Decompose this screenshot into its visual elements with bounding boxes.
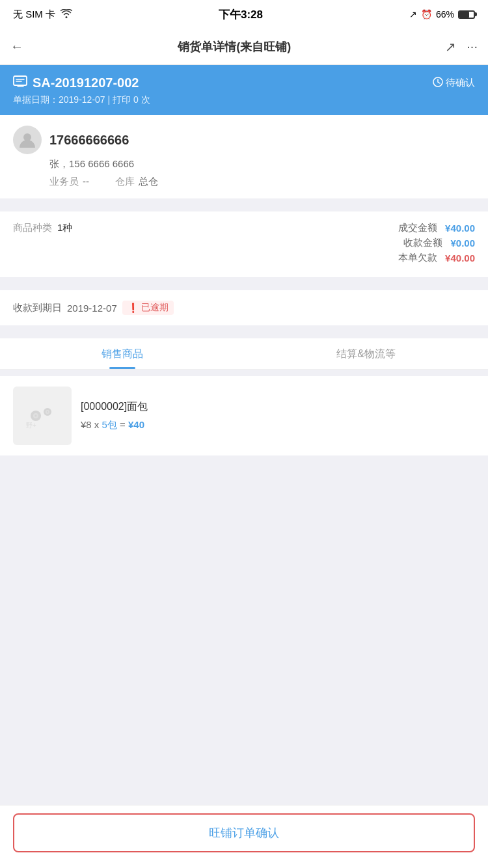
nav-bar: ← 销货单详情(来自旺铺) ↗ ···	[0, 29, 488, 65]
status-clock-icon	[433, 77, 443, 89]
owed-row: 本单欠款 ¥40.00	[398, 252, 475, 264]
divider-2	[0, 284, 488, 290]
received-label: 收款金额	[403, 237, 442, 249]
page-title: 销货单详情(来自旺铺)	[178, 39, 291, 55]
salesperson-value: --	[83, 176, 89, 188]
summary-left: 商品种类 1种	[13, 222, 72, 234]
share-button[interactable]: ↗	[445, 39, 456, 55]
status-left: 无 SIM 卡	[13, 8, 72, 21]
alarm-icon: ⏰	[421, 9, 432, 20]
due-date: 2019-12-07	[67, 303, 117, 314]
svg-rect-0	[14, 76, 27, 85]
divider-1	[0, 205, 488, 211]
warehouse-label: 仓库	[115, 176, 135, 188]
back-button[interactable]: ←	[10, 39, 23, 54]
product-card: 野+ [0000002]面包 ¥8 x 5包 = ¥40	[0, 376, 488, 455]
product-info: [0000002]面包 ¥8 x 5包 = ¥40	[81, 400, 475, 431]
customer-card: 17666666666 张，156 6666 6666 业务员 -- 仓库 总仓	[0, 115, 488, 198]
order-date: 单据日期：2019-12-07 | 打印 0 次	[13, 94, 475, 106]
avatar	[13, 126, 42, 154]
more-button[interactable]: ···	[467, 39, 478, 54]
received-row: 收款金额 ¥0.00	[398, 237, 475, 249]
status-time: 下午3:28	[219, 7, 263, 22]
battery-text: 66%	[436, 9, 454, 20]
type-label: 商品种类	[13, 222, 52, 234]
nav-actions: ↗ ···	[445, 39, 478, 55]
wifi-icon	[61, 9, 72, 20]
summary-right: 成交金额 ¥40.00 收款金额 ¥0.00 本单欠款 ¥40.00	[398, 222, 475, 267]
overdue-text: 已逾期	[141, 302, 169, 314]
overdue-badge: ❗ 已逾期	[122, 301, 174, 315]
svg-point-8	[47, 411, 48, 413]
amount-row: 成交金额 ¥40.00	[398, 222, 475, 234]
product-code: [0000002]	[81, 401, 127, 412]
owed-value: ¥40.00	[445, 252, 475, 264]
tabs-row: 销售商品 结算&物流等	[0, 338, 488, 370]
divider-3	[0, 332, 488, 338]
product-title: 面包	[127, 401, 148, 412]
price-total: ¥40	[128, 419, 144, 430]
battery-icon	[458, 10, 475, 19]
bottom-bar: 旺铺订单确认	[0, 805, 488, 868]
confirm-button[interactable]: 旺铺订单确认	[13, 813, 475, 852]
type-value: 1种	[57, 222, 72, 234]
overdue-icon: ❗	[128, 303, 139, 313]
amount-value: ¥40.00	[445, 223, 475, 234]
due-label: 收款到期日	[13, 302, 62, 314]
equals-sign: =	[120, 419, 126, 430]
status-text: 待确认	[446, 77, 475, 89]
order-id-icon	[13, 75, 27, 90]
salesperson-item: 业务员 --	[49, 176, 89, 188]
order-header: SA-20191207-002 待确认 单据日期：2019-12-07 | 打印…	[0, 65, 488, 115]
svg-point-5	[35, 415, 37, 417]
received-value: ¥0.00	[450, 237, 475, 249]
price-label: ¥8 x	[81, 419, 99, 430]
status-right: ↗ ⏰ 66%	[409, 9, 475, 20]
amount-label: 成交金额	[398, 222, 437, 234]
customer-name: 张，156 6666 6666	[49, 158, 475, 170]
owed-label: 本单欠款	[398, 252, 437, 264]
customer-top: 17666666666	[13, 126, 475, 154]
empty-area	[0, 455, 488, 586]
warehouse-value: 总仓	[139, 176, 158, 188]
customer-meta: 业务员 -- 仓库 总仓	[49, 176, 475, 188]
tab-settlement[interactable]: 结算&物流等	[244, 338, 488, 369]
location-icon: ↗	[409, 9, 417, 20]
product-price: ¥8 x 5包 = ¥40	[81, 419, 475, 431]
status-bar: 无 SIM 卡 下午3:28 ↗ ⏰ 66%	[0, 0, 488, 29]
product-thumbnail: 野+	[13, 387, 72, 445]
due-date-card: 收款到期日 2019-12-07 ❗ 已逾期	[0, 290, 488, 325]
tab-sales[interactable]: 销售商品	[0, 338, 244, 369]
price-qty: 5包	[102, 419, 117, 430]
warehouse-item: 仓库 总仓	[115, 176, 158, 188]
carrier-text: 无 SIM 卡	[13, 8, 55, 21]
order-status: 待确认	[433, 77, 475, 89]
order-id: SA-20191207-002	[13, 75, 139, 90]
summary-card: 商品种类 1种 成交金额 ¥40.00 收款金额 ¥0.00 本单欠款 ¥40.…	[0, 211, 488, 277]
product-name: [0000002]面包	[81, 400, 475, 414]
svg-text:野+: 野+	[26, 422, 36, 429]
salesperson-label: 业务员	[49, 176, 79, 188]
customer-phone: 17666666666	[49, 133, 129, 148]
order-id-row: SA-20191207-002 待确认	[13, 75, 475, 90]
tabs-container: 销售商品 结算&物流等	[0, 338, 488, 370]
